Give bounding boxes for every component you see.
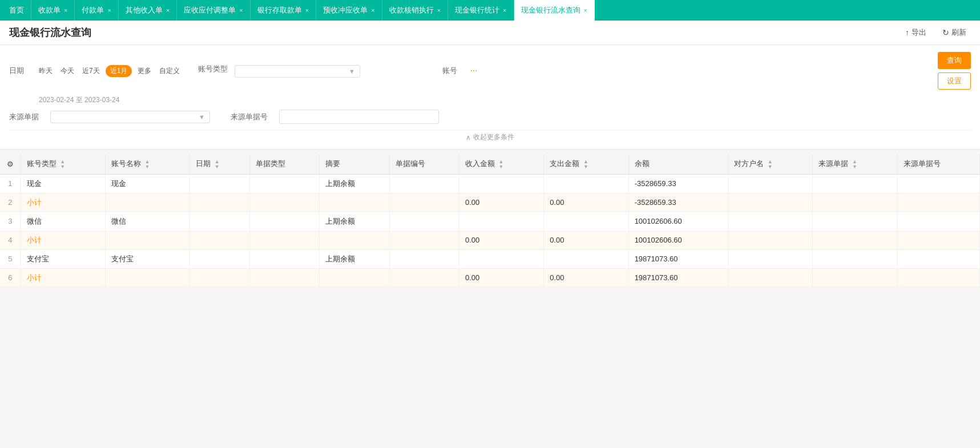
nav-item-stats[interactable]: 现金银行统计 ×	[448, 0, 514, 21]
cell-expense	[544, 174, 628, 193]
th-counterpart[interactable]: 对方户名 ▲▼	[728, 154, 813, 174]
cell-income	[459, 174, 543, 193]
close-icon[interactable]: ×	[239, 7, 243, 14]
data-table: ⚙ 账号类型 ▲▼ 账号名称 ▲▼ 日期 ▲▼ 单据类型 摘	[0, 154, 980, 288]
gear-icon: ⚙	[7, 160, 14, 168]
close-icon[interactable]: ×	[584, 7, 587, 14]
nav-item-bank-deposit[interactable]: 银行存取款单 ×	[251, 0, 316, 21]
page-title: 现金银行流水查询	[9, 26, 91, 39]
cell-counterpart	[728, 268, 813, 287]
refresh-icon: ↻	[942, 28, 949, 37]
cell-source-doc-no	[897, 174, 979, 193]
cell-source-doc-no	[897, 249, 979, 268]
date-shortcut-yesterday[interactable]: 昨天	[37, 66, 55, 76]
export-button[interactable]: ↑ 导出	[901, 25, 931, 40]
account-type-select[interactable]: ▼	[235, 65, 360, 78]
cell-doc-type	[250, 193, 320, 212]
settings-button[interactable]: 设置	[938, 72, 971, 90]
filter-area: 日期 昨天 今天 近7天 近1月 更多 自定义 账号类型 ▼ 账号 ··· 查询…	[0, 45, 980, 150]
table-body: 1现金现金上期余额-3528659.332小计0.000.00-3528659.…	[0, 174, 980, 287]
th-settings[interactable]: ⚙	[0, 154, 21, 174]
source-doc-no-input[interactable]	[279, 110, 439, 124]
date-shortcut-custom[interactable]: 自定义	[157, 66, 182, 76]
cell-account-name	[105, 231, 189, 249]
th-account-type[interactable]: 账号类型 ▲▼	[21, 154, 105, 174]
cell-counterpart	[728, 249, 813, 268]
cell-num: 2	[0, 193, 21, 212]
account-no-label: 账号	[442, 66, 463, 76]
nav-item-adjustment[interactable]: 应收应付调整单 ×	[177, 0, 250, 21]
cell-doc-no	[389, 174, 459, 193]
sort-arrows-date: ▲▼	[215, 159, 220, 169]
cell-source-doc	[813, 268, 897, 287]
cell-doc-no	[389, 193, 459, 212]
collapse-bar[interactable]: ∧ 收起更多条件	[9, 130, 971, 144]
close-icon[interactable]: ×	[305, 7, 309, 14]
date-shortcut-today[interactable]: 今天	[58, 66, 76, 76]
th-source-doc[interactable]: 来源单据 ▲▼	[813, 154, 897, 174]
close-icon[interactable]: ×	[437, 7, 441, 14]
th-doc-no: 单据编号	[389, 154, 459, 174]
cell-counterpart	[728, 212, 813, 231]
query-button[interactable]: 查询	[938, 52, 971, 69]
filter-row-date: 日期 昨天 今天 近7天 近1月 更多 自定义 账号类型 ▼ 账号 ··· 查询…	[9, 52, 971, 90]
source-doc-label: 来源单据	[9, 112, 39, 122]
source-doc-select[interactable]: ▼	[50, 111, 210, 123]
account-type-group: 账号类型 ▼	[198, 64, 426, 78]
th-expense[interactable]: 支出金额 ▲▼	[544, 154, 628, 174]
nav-item-receipt[interactable]: 收款单 ×	[31, 0, 75, 21]
close-icon[interactable]: ×	[107, 7, 111, 14]
th-source-doc-no: 来源单据号	[897, 154, 979, 174]
page-header: 现金银行流水查询 ↑ 导出 ↻ 刷新	[0, 21, 980, 45]
close-icon[interactable]: ×	[371, 7, 374, 14]
nav-item-verify[interactable]: 收款核销执行 ×	[382, 0, 448, 21]
cell-account-type: 微信	[21, 212, 105, 231]
account-no-ellipsis-btn[interactable]: ···	[467, 66, 479, 76]
cell-account-type: 支付宝	[21, 249, 105, 268]
cell-doc-no	[389, 268, 459, 287]
th-date[interactable]: 日期 ▲▼	[190, 154, 250, 174]
th-account-name[interactable]: 账号名称 ▲▼	[105, 154, 189, 174]
source-doc-no-label: 来源单据号	[231, 112, 268, 122]
cell-doc-type	[250, 249, 320, 268]
date-shortcut-1month[interactable]: 近1月	[106, 65, 132, 77]
close-icon[interactable]: ×	[64, 7, 67, 14]
close-icon[interactable]: ×	[503, 7, 506, 14]
cell-expense	[544, 212, 628, 231]
filter-row-source: 来源单据 ▼ 来源单据号	[9, 110, 971, 124]
cell-balance: 19871073.60	[628, 268, 728, 287]
chevron-down-icon: ▼	[349, 68, 355, 75]
cell-balance: -3528659.33	[628, 174, 728, 193]
cell-source-doc	[813, 231, 897, 249]
cell-summary	[320, 231, 389, 249]
close-icon[interactable]: ×	[166, 7, 170, 14]
nav-item-flow-query[interactable]: 现金银行流水查询 ×	[514, 0, 595, 21]
cell-num: 5	[0, 249, 21, 268]
sort-arrows-account-type: ▲▼	[60, 159, 65, 169]
nav-item-payment[interactable]: 付款单 ×	[75, 0, 118, 21]
cell-doc-no	[389, 249, 459, 268]
cell-account-name: 现金	[105, 174, 189, 193]
date-shortcut-7days[interactable]: 近7天	[80, 66, 102, 76]
cell-doc-type	[250, 212, 320, 231]
cell-doc-type	[250, 231, 320, 249]
cell-doc-no	[389, 212, 459, 231]
nav-item-prepaid[interactable]: 预收冲应收单 ×	[316, 0, 382, 21]
table-row: 5支付宝支付宝上期余额19871073.60	[0, 249, 980, 268]
cell-income: 0.00	[459, 268, 543, 287]
nav-item-home[interactable]: 首页	[2, 0, 31, 21]
table-header-row: ⚙ 账号类型 ▲▼ 账号名称 ▲▼ 日期 ▲▼ 单据类型 摘	[0, 154, 980, 174]
date-shortcut-more[interactable]: 更多	[135, 66, 154, 76]
cell-num: 4	[0, 231, 21, 249]
cell-balance: 100102606.60	[628, 231, 728, 249]
cell-expense: 0.00	[544, 268, 628, 287]
table-row: 2小计0.000.00-3528659.33	[0, 193, 980, 212]
chevron-down-icon: ▼	[199, 114, 205, 120]
cell-source-doc-no	[897, 212, 979, 231]
cell-source-doc	[813, 174, 897, 193]
sort-arrows-counterpart: ▲▼	[768, 159, 773, 169]
cell-source-doc-no	[897, 268, 979, 287]
refresh-button[interactable]: ↻ 刷新	[938, 25, 971, 40]
nav-item-other-income[interactable]: 其他收入单 ×	[119, 0, 177, 21]
th-income[interactable]: 收入金额 ▲▼	[459, 154, 543, 174]
